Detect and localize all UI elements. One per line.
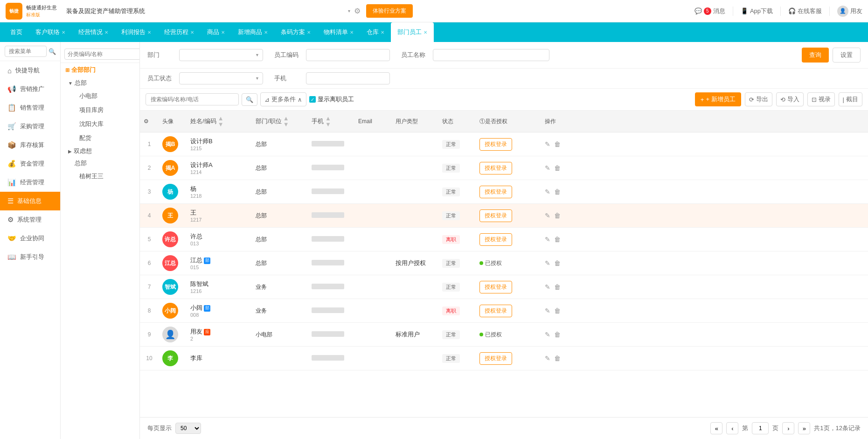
nav-item-finance[interactable]: 💰 资金管理 [0, 154, 60, 173]
tab-close-barcode[interactable]: ✕ [307, 30, 311, 35]
tab-close-history[interactable]: ✕ [190, 30, 194, 35]
show-resigned-toggle[interactable]: ✓ 显示离职员工 [309, 95, 354, 104]
tab-customer[interactable]: 客户联络 ✕ [29, 22, 72, 42]
query-button[interactable]: 查询 [802, 48, 829, 63]
auth-login-btn[interactable]: 授权登录 [479, 186, 512, 198]
app-download-btn[interactable]: 📱 App下载 [741, 7, 773, 15]
import-btn[interactable]: ⟲ 导入 [776, 92, 804, 106]
phone-input[interactable] [306, 72, 390, 84]
tab-close-goods[interactable]: ✕ [221, 30, 225, 35]
th-name[interactable]: 姓名/编码 ▲▼ [187, 111, 252, 132]
tab-close-bom[interactable]: ✕ [350, 30, 354, 35]
tab-bom[interactable]: 物料清单 ✕ [317, 22, 360, 42]
nav-search-input[interactable] [5, 46, 47, 57]
dept-all[interactable]: ⊞ 全部部门 [61, 63, 139, 77]
tab-home[interactable]: 首页 [4, 22, 29, 42]
delete-btn[interactable]: 🗑 [554, 140, 561, 148]
tab-barcode[interactable]: 条码方案 ✕ [274, 22, 317, 42]
dept-item-xiaodian[interactable]: 小电部 [72, 89, 139, 103]
more-btn[interactable]: | 截目 [839, 92, 862, 106]
dept-group-head[interactable]: ▼ 总部 [64, 77, 139, 89]
nav-item-collab[interactable]: 🤝 企业协同 [0, 229, 60, 248]
edit-btn[interactable]: ✎ [545, 212, 550, 219]
auth-login-btn[interactable]: 授权登录 [479, 138, 512, 151]
tab-close-employees[interactable]: ✕ [424, 30, 427, 35]
auth-login-btn[interactable]: 授权登录 [479, 281, 512, 293]
export-btn[interactable]: ⟳ 导出 [745, 92, 772, 106]
nav-item-marketing[interactable]: 📢 营销推广 [0, 80, 60, 98]
empcode-input[interactable] [306, 49, 390, 61]
system-dropdown-arrow[interactable]: ▾ [348, 8, 350, 14]
tab-warehouse[interactable]: 仓库 ✕ [360, 22, 391, 42]
trial-btn[interactable]: 体验行业方案 [366, 4, 413, 18]
nav-item-purchase[interactable]: 🛒 采购管理 [0, 117, 60, 136]
tab-close-addgoods[interactable]: ✕ [264, 30, 268, 35]
delete-btn[interactable]: 🗑 [554, 283, 561, 291]
delete-btn[interactable]: 🗑 [554, 259, 561, 267]
nav-item-operation[interactable]: 📊 经营管理 [0, 173, 60, 192]
tab-goods[interactable]: 商品 ✕ [201, 22, 231, 42]
auth-login-btn[interactable]: 授权登录 [479, 352, 512, 365]
auth-login-btn[interactable]: 授权登录 [479, 162, 512, 174]
dept-item-zhishu[interactable]: 植树王三 [72, 169, 139, 183]
nav-item-system[interactable]: ⚙ 系统管理 [0, 210, 60, 229]
page-last-btn[interactable]: » [798, 422, 810, 434]
delete-btn[interactable]: 🗑 [554, 164, 561, 172]
th-settings[interactable]: ⚙ [140, 111, 159, 132]
nav-item-sales[interactable]: 📋 销售管理 [0, 98, 60, 117]
nav-item-basic[interactable]: ☰ 基础信息 [0, 192, 60, 210]
dept-filter-select[interactable] [179, 49, 263, 61]
edit-btn[interactable]: ✎ [545, 283, 550, 291]
view-btn[interactable]: ⊡ 视录 [807, 92, 835, 106]
tab-close-customer[interactable]: ✕ [62, 30, 65, 35]
tab-close-warehouse[interactable]: ✕ [381, 30, 384, 35]
empname-input[interactable] [433, 49, 549, 61]
status-filter-select[interactable] [179, 72, 263, 84]
page-size-select[interactable]: 50 100 [175, 423, 201, 434]
delete-btn[interactable]: 🗑 [554, 188, 561, 195]
dept-group-zongbu[interactable]: ▼ 总部 [64, 157, 139, 169]
dept-item-shenyang[interactable]: 沈阳大库 [72, 117, 139, 131]
auth-login-btn[interactable]: 授权登录 [479, 209, 512, 222]
tab-history[interactable]: 经营历程 ✕ [158, 22, 201, 42]
delete-btn[interactable]: 🗑 [554, 355, 561, 362]
set-button[interactable]: 设置 [833, 48, 861, 63]
online-service-btn[interactable]: 🎧 在线客服 [788, 7, 822, 15]
tab-close-operation[interactable]: ✕ [104, 30, 108, 35]
page-next-btn[interactable]: › [782, 422, 794, 434]
search-input[interactable] [146, 93, 239, 105]
dept-search-input[interactable] [64, 49, 140, 60]
add-employee-btn[interactable]: + + 新增员工 [695, 92, 741, 106]
dept-group-shuanglv[interactable]: ▶ 双虑想 [64, 145, 139, 157]
page-first-btn[interactable]: « [710, 422, 722, 434]
page-number-input[interactable] [752, 422, 769, 434]
edit-btn[interactable]: ✎ [545, 164, 550, 172]
show-resigned-checkbox[interactable]: ✓ [309, 96, 316, 103]
nav-item-inventory[interactable]: 📦 库存核算 [0, 136, 60, 154]
delete-btn[interactable]: 🗑 [554, 212, 561, 219]
page-prev-btn[interactable]: ‹ [726, 422, 738, 434]
auth-login-btn[interactable]: 授权登录 [479, 233, 512, 246]
user-btn[interactable]: 👤 用友 [837, 6, 862, 17]
nav-item-guide[interactable]: 📖 新手引导 [0, 248, 60, 266]
th-dept[interactable]: 部门/职位 ▲▼ [252, 111, 308, 132]
tab-profit[interactable]: 利润报告 ✕ [115, 22, 158, 42]
delete-btn[interactable]: 🗑 [554, 307, 561, 314]
edit-btn[interactable]: ✎ [545, 307, 550, 314]
edit-btn[interactable]: ✎ [545, 188, 550, 195]
edit-btn[interactable]: ✎ [545, 236, 550, 243]
delete-btn[interactable]: 🗑 [554, 331, 561, 338]
dept-item-xiangmu[interactable]: 项目库房 [72, 103, 139, 117]
edit-btn[interactable]: ✎ [545, 331, 550, 338]
tab-addgoods[interactable]: 新增商品 ✕ [231, 22, 274, 42]
edit-btn[interactable]: ✎ [545, 140, 550, 148]
search-button[interactable]: 🔍 [242, 93, 257, 106]
tab-employees[interactable]: 部门员工 ✕ [391, 22, 434, 42]
delete-btn[interactable]: 🗑 [554, 236, 561, 243]
th-phone[interactable]: 手机 ▲▼ [308, 111, 354, 132]
dept-item-peihuo[interactable]: 配货 [72, 131, 139, 145]
nav-search-icon[interactable]: 🔍 [49, 48, 56, 55]
edit-btn[interactable]: ✎ [545, 259, 550, 267]
nav-item-quicknav[interactable]: ⌂ 快捷导航 [0, 61, 60, 80]
gear-icon[interactable]: ⚙ [354, 7, 361, 15]
